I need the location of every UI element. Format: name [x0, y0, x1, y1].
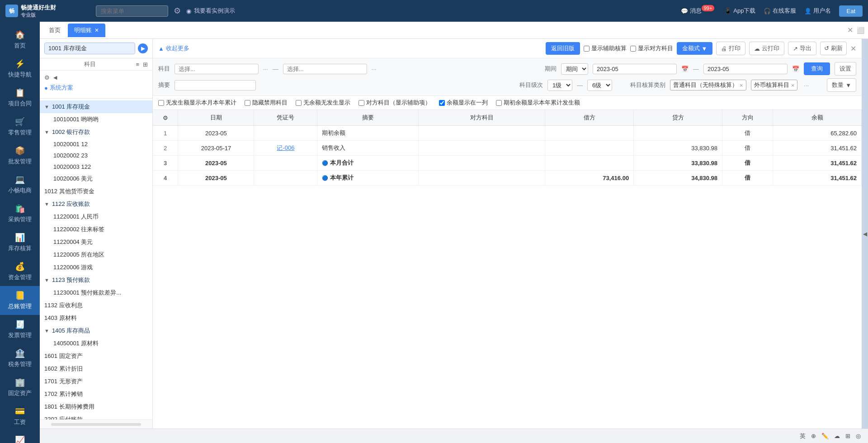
bottom-add[interactable]: ⊕: [811, 433, 816, 439]
tree-item-1001[interactable]: ▼ 1001 库存现金: [40, 100, 152, 113]
tab-detail-ledger[interactable]: 明细账 ✕: [68, 24, 105, 37]
tree-item-11220004[interactable]: 11220004 美元: [40, 236, 152, 248]
tree-item-11220006[interactable]: 11220006 游戏: [40, 261, 152, 274]
sidebar-item-inventory[interactable]: 📊 库存核算: [0, 228, 40, 257]
message-item[interactable]: 💬 消息 99+: [681, 7, 717, 15]
tree-item-11220005[interactable]: 11220005 所在地区: [40, 248, 152, 261]
bottom-language[interactable]: 英: [800, 432, 806, 440]
cb-opening-input[interactable]: [496, 100, 502, 106]
sidebar-item-ledger[interactable]: 📒 总账管理: [0, 286, 40, 315]
refresh-button[interactable]: ↺ 刷新: [820, 42, 847, 55]
search-menu-input[interactable]: [96, 5, 168, 17]
tree-item-1132[interactable]: 1132 应收利息: [40, 299, 152, 312]
sidebar-item-ecommerce[interactable]: 💻 小畅电商: [0, 170, 40, 199]
window-close-button[interactable]: ✕: [847, 26, 853, 34]
tree-item-10020006[interactable]: 10020006 美元: [40, 172, 152, 185]
show-aux-input[interactable]: [584, 46, 590, 52]
cb-hide-disabled[interactable]: 隐藏禁用科目: [245, 99, 288, 107]
demo-link[interactable]: ◉ 我要看实例演示: [186, 7, 235, 15]
show-opposite-input[interactable]: [630, 46, 636, 52]
tree-item-10010001[interactable]: 10010001 哟哟哟: [40, 113, 152, 126]
cb-no-balance-input[interactable]: [296, 100, 302, 106]
sidebar-item-finance[interactable]: 💰 资金管理: [0, 257, 40, 286]
horizontal-scrollbar[interactable]: [51, 423, 141, 426]
sidebar-item-quick[interactable]: ⚡ 快捷导航: [0, 54, 40, 83]
bottom-grid[interactable]: ⊞: [845, 433, 850, 439]
sidebar-item-wholesale[interactable]: 📦 批发管理: [0, 141, 40, 170]
period-type-select[interactable]: 期间: [561, 63, 588, 75]
tree-item-1123[interactable]: ▼ 1123 预付账款: [40, 274, 152, 286]
tree-list-icon[interactable]: ≡: [136, 61, 139, 68]
show-aux-checkbox[interactable]: 显示辅助核算: [584, 44, 627, 52]
cb-opening[interactable]: 期初余额显示本年累计发生额: [496, 99, 580, 107]
sidebar-item-invoice[interactable]: 🧾 发票管理: [0, 315, 40, 344]
tree-item-11230001[interactable]: 11230001 预付账款差异...: [40, 286, 152, 299]
system-scheme-label[interactable]: ● 系统方案: [44, 84, 148, 92]
period-start-input[interactable]: [593, 64, 677, 74]
subject-more-icon[interactable]: ···: [263, 66, 268, 72]
subject-more-icon-2[interactable]: ···: [372, 66, 377, 72]
tree-item-11220001[interactable]: 11220001 人民币: [40, 210, 152, 223]
tree-item-1702[interactable]: 1702 累计摊销: [40, 388, 152, 400]
bottom-edit[interactable]: ✏️: [821, 433, 829, 439]
sidebar-item-project[interactable]: 📋 项目合同: [0, 83, 40, 112]
tree-item-14050001[interactable]: 14050001 原材料: [40, 337, 152, 350]
tree-item-2202[interactable]: 2202 应付账款: [40, 413, 152, 419]
query-button[interactable]: 查询: [804, 62, 830, 75]
tree-item-1801[interactable]: 1801 长期待摊费用: [40, 400, 152, 413]
tree-item-1601[interactable]: 1601 固定资产: [40, 350, 152, 362]
period-end-input[interactable]: [703, 64, 788, 74]
tab-close-button[interactable]: ✕: [94, 27, 99, 33]
amount-style-button[interactable]: 金额式 ▼: [677, 42, 713, 55]
tree-item-10020001[interactable]: 10020001 12: [40, 138, 152, 150]
expand-more-button[interactable]: ▲ 收起更多: [158, 44, 189, 52]
sidebar-item-retail[interactable]: 🛒 零售管理: [0, 112, 40, 141]
tab-home[interactable]: 首页: [43, 24, 66, 37]
sidebar-item-salary[interactable]: 💳 工资: [0, 402, 40, 431]
summary-filter-input[interactable]: [175, 80, 256, 91]
cb-opposite[interactable]: 对方科目（显示辅助项）: [359, 99, 431, 107]
print-button[interactable]: 🖨 打印: [716, 42, 745, 55]
app-download-item[interactable]: 📱 App下载: [724, 7, 755, 15]
bottom-circle[interactable]: ◎: [856, 433, 861, 439]
sidebar-item-home[interactable]: 🏠 首页: [0, 25, 40, 54]
tree-item-1602[interactable]: 1602 累计折旧: [40, 362, 152, 375]
tree-expand-icon[interactable]: ⊞: [143, 61, 148, 68]
right-collapse-handle[interactable]: ◀: [862, 39, 868, 429]
settings-icon[interactable]: ⚙: [174, 6, 181, 16]
cb-balance-one-col[interactable]: 余额显示在一列: [439, 99, 488, 107]
tree-item-11220002[interactable]: 11220002 往来标签: [40, 223, 152, 236]
navigate-arrow-button[interactable]: ▶: [138, 43, 148, 53]
row-voucher[interactable]: 记-006: [254, 141, 317, 156]
export-button[interactable]: ↗ 导出: [788, 42, 816, 55]
level-from-select[interactable]: 1级: [547, 80, 572, 91]
category-tag-foreign-close[interactable]: ×: [791, 82, 795, 89]
category-tag-normal-close[interactable]: ×: [740, 82, 743, 89]
subject-filter-input[interactable]: [175, 64, 259, 74]
level-to-select[interactable]: 6级: [587, 80, 612, 91]
tree-item-1012[interactable]: 1012 其他货币资金: [40, 185, 152, 198]
cb-hide-disabled-input[interactable]: [245, 100, 250, 106]
calendar-end-icon[interactable]: 📅: [792, 66, 799, 72]
cloud-print-button[interactable]: ☁ 云打印: [749, 42, 784, 55]
tree-item-10020003[interactable]: 10020003 122: [40, 161, 152, 172]
show-opposite-checkbox[interactable]: 显示对方科目: [630, 44, 673, 52]
setting-button[interactable]: 设置: [835, 62, 856, 76]
cb-no-amount[interactable]: 无发生额显示本月本年累计: [158, 99, 236, 107]
subject-filter-input-2[interactable]: [283, 64, 367, 74]
quantity-button[interactable]: 数量 ▼: [827, 78, 856, 92]
tree-item-10020002[interactable]: 10020002 23: [40, 150, 152, 161]
window-maximize-button[interactable]: ⬜: [857, 27, 864, 34]
collapse-icon[interactable]: ◀: [53, 75, 57, 81]
sidebar-item-assets[interactable]: 🏢 固定资产: [0, 373, 40, 402]
sidebar-item-tax[interactable]: 🏦 税务管理: [0, 344, 40, 373]
back-old-version-button[interactable]: 返回旧版: [546, 42, 580, 55]
selected-account-display[interactable]: 1001 库存现金: [44, 43, 135, 54]
tree-item-1002[interactable]: ▼ 1002 银行存款: [40, 126, 152, 138]
cb-no-amount-input[interactable]: [158, 100, 164, 106]
sidebar-item-purchase[interactable]: 🛍️ 采购管理: [0, 199, 40, 228]
sidebar-item-operation[interactable]: 📈 经营管理: [0, 431, 40, 443]
calendar-start-icon[interactable]: 📅: [681, 66, 689, 72]
cb-balance-one-col-input[interactable]: [439, 100, 445, 106]
category-more-icon[interactable]: ···: [804, 82, 809, 89]
